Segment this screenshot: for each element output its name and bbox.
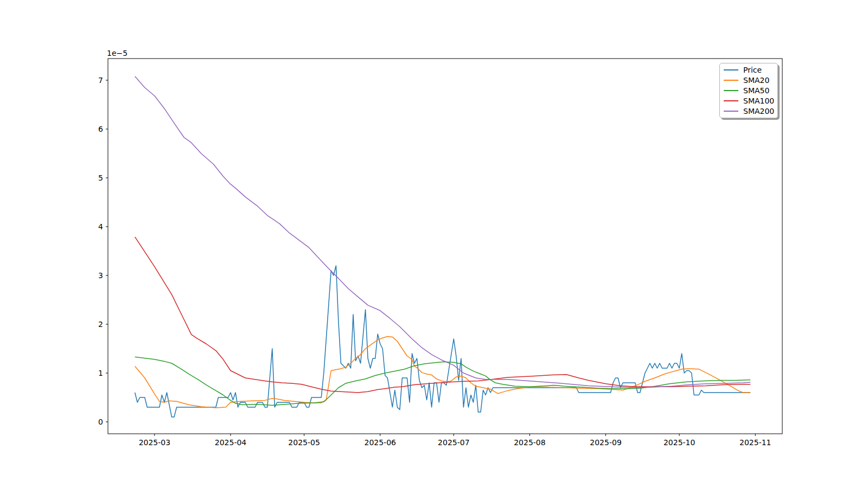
- legend-line-swatch: [724, 111, 738, 112]
- legend-label: SMA200: [743, 107, 774, 115]
- x-axis-ticks: 2025-032025-042025-052025-062025-072025-…: [139, 434, 771, 447]
- y-axis-offset-label: 1e−5: [107, 49, 127, 57]
- y-tick-label: 0: [98, 418, 103, 426]
- y-tick-label: 6: [98, 125, 103, 133]
- legend-item-sma100: SMA100: [724, 95, 774, 106]
- x-tick-label: 2025-10: [663, 438, 695, 447]
- x-tick-label: 2025-08: [514, 438, 546, 447]
- legend-label: SMA20: [743, 76, 769, 84]
- legend: PriceSMA20SMA50SMA100SMA200: [719, 63, 778, 118]
- y-tick-label: 3: [98, 271, 103, 280]
- plot-frame: [108, 59, 782, 434]
- y-tick-label: 4: [98, 222, 103, 231]
- x-tick-label: 2025-07: [438, 438, 470, 447]
- price-line: [135, 266, 751, 417]
- y-axis-ticks: 01234567: [98, 76, 108, 426]
- y-tick-label: 2: [98, 320, 103, 329]
- sma200-line: [135, 76, 751, 388]
- legend-item-sma200: SMA200: [724, 106, 774, 116]
- series-lines: [135, 76, 751, 417]
- sma20-line: [135, 337, 751, 408]
- legend-label: Price: [743, 66, 762, 74]
- x-tick-label: 2025-09: [590, 438, 622, 447]
- x-tick-label: 2025-03: [139, 438, 171, 447]
- figure: 01234567 2025-032025-042025-052025-06202…: [0, 0, 868, 488]
- y-tick-label: 5: [98, 174, 103, 182]
- legend-line-swatch: [724, 90, 738, 91]
- sma100-line: [135, 237, 751, 393]
- legend-label: SMA100: [743, 97, 774, 105]
- y-tick-label: 1: [98, 369, 103, 377]
- legend-line-swatch: [724, 100, 738, 101]
- legend-line-swatch: [724, 69, 738, 70]
- y-tick-label: 7: [98, 76, 103, 85]
- legend-item-sma50: SMA50: [724, 86, 774, 96]
- legend-item-sma20: SMA20: [724, 75, 774, 86]
- legend-line-swatch: [724, 80, 738, 81]
- legend-label: SMA50: [743, 87, 769, 94]
- x-tick-label: 2025-11: [739, 438, 771, 447]
- legend-item-price: Price: [724, 65, 774, 75]
- x-tick-label: 2025-04: [215, 438, 247, 447]
- x-tick-label: 2025-06: [364, 438, 396, 447]
- x-tick-label: 2025-05: [288, 438, 320, 447]
